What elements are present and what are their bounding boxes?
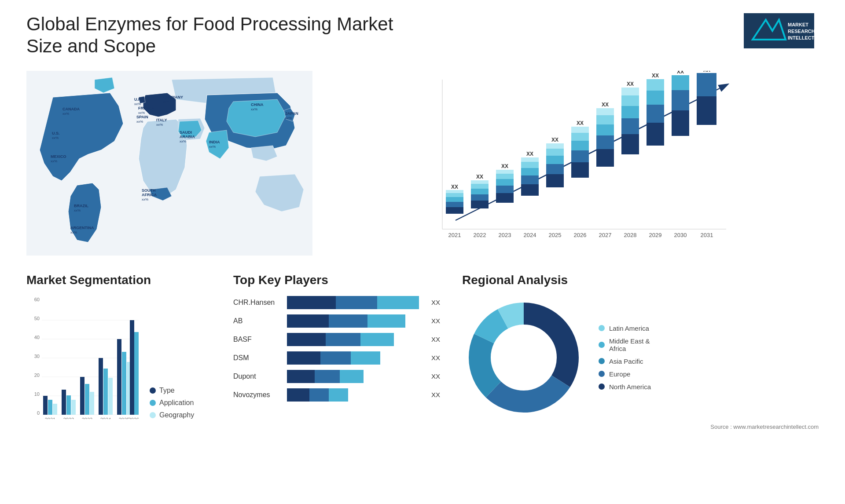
map-section: CANADA xx% U.S. xx% MEXICO xx% BRAZIL xx… <box>26 71 312 256</box>
svg-rect-42 <box>546 143 564 149</box>
type-dot <box>150 387 156 394</box>
svg-rect-27 <box>496 174 514 179</box>
player-bar-container <box>287 370 426 383</box>
donut-chart <box>462 296 585 419</box>
spain-value: xx% <box>136 120 143 124</box>
svg-text:2025: 2025 <box>119 417 129 419</box>
svg-rect-39 <box>546 164 564 174</box>
segmentation-title: Market Segmentation <box>26 273 216 287</box>
segmentation-section: Market Segmentation 0 10 20 30 40 50 60 <box>26 273 216 419</box>
player-bar-container <box>287 388 426 402</box>
legend-asia-pacific: Asia Pacific <box>599 358 651 365</box>
svg-rect-45 <box>571 162 589 178</box>
player-row: Novozymes XX <box>233 388 445 402</box>
svg-text:XX: XX <box>501 163 508 169</box>
svg-rect-105 <box>108 378 113 415</box>
svg-rect-94 <box>43 396 48 415</box>
main-bar-chart: XX 2021 XX 2022 XX 2023 <box>330 71 819 256</box>
svg-rect-19 <box>471 189 489 194</box>
svg-text:XX: XX <box>602 102 609 108</box>
logo: MARKET RESEARCH INTELLECT <box>739 13 819 48</box>
svg-rect-46 <box>571 150 589 162</box>
middle-east-africa-label: Middle East &Africa <box>609 337 650 352</box>
svg-rect-10 <box>446 207 463 214</box>
uk-label: U.K. <box>134 97 142 102</box>
uk-value: xx% <box>134 102 141 106</box>
svg-rect-31 <box>521 184 539 196</box>
svg-rect-68 <box>647 91 664 105</box>
canada-value: xx% <box>62 112 69 116</box>
svg-rect-48 <box>571 133 589 141</box>
north-america-dot <box>599 383 605 390</box>
svg-text:2031: 2031 <box>701 232 713 238</box>
svg-text:2027: 2027 <box>599 232 612 238</box>
legend-middle-east-africa: Middle East &Africa <box>599 337 651 352</box>
india-value: xx% <box>209 145 216 149</box>
latin-america-dot <box>599 325 605 331</box>
svg-text:20: 20 <box>34 373 40 378</box>
player-row: Dupont XX <box>233 370 445 383</box>
svg-text:2022: 2022 <box>474 232 486 238</box>
legend-application: Application <box>150 399 194 407</box>
svg-text:60: 60 <box>34 297 40 302</box>
france-value: xx% <box>138 111 145 115</box>
svg-rect-41 <box>546 149 564 156</box>
svg-text:2024: 2024 <box>524 232 536 238</box>
svg-text:2021: 2021 <box>448 232 461 238</box>
regional-section: Regional Analysis <box>462 273 819 430</box>
mexico-value: xx% <box>51 159 57 163</box>
svg-rect-107 <box>122 352 126 415</box>
svg-rect-100 <box>80 377 84 415</box>
svg-rect-101 <box>85 384 89 415</box>
svg-rect-59 <box>621 134 639 154</box>
legend-europe: Europe <box>599 370 651 378</box>
svg-text:2029: 2029 <box>649 232 662 238</box>
svg-text:50: 50 <box>34 316 40 321</box>
svg-rect-21 <box>471 180 489 184</box>
svg-rect-32 <box>521 175 539 184</box>
svg-rect-52 <box>596 149 614 167</box>
japan-label: JAPAN <box>285 111 298 116</box>
regional-legend: Latin America Middle East &Africa Asia P… <box>599 325 651 391</box>
svg-rect-110 <box>134 332 139 415</box>
svg-rect-18 <box>471 194 489 201</box>
svg-rect-49 <box>571 127 589 133</box>
svg-rect-69 <box>647 79 664 91</box>
svg-text:XX: XX <box>526 151 533 157</box>
player-bar <box>287 333 426 346</box>
svg-rect-63 <box>621 88 639 95</box>
svg-rect-38 <box>546 174 564 187</box>
page-title: Global Enzymes for Food Processing Marke… <box>26 13 422 58</box>
svg-rect-97 <box>62 390 66 415</box>
player-bar <box>287 388 426 402</box>
svg-text:40: 40 <box>34 335 40 340</box>
legend-geography: Geography <box>150 411 194 419</box>
svg-point-122 <box>495 329 552 386</box>
svg-text:2030: 2030 <box>674 232 687 238</box>
svg-rect-14 <box>446 190 463 193</box>
players-title: Top Key Players <box>233 273 445 287</box>
italy-value: xx% <box>156 123 163 127</box>
svg-rect-102 <box>90 392 94 415</box>
svg-text:2023: 2023 <box>499 232 511 238</box>
svg-text:2021: 2021 <box>45 417 55 419</box>
svg-rect-24 <box>496 193 514 203</box>
player-row: AB XX <box>233 314 445 328</box>
svg-rect-33 <box>521 168 539 175</box>
legend-latin-america: Latin America <box>599 325 651 332</box>
segmentation-chart: 0 10 20 30 40 50 60 <box>26 296 141 419</box>
svg-text:30: 30 <box>34 354 40 359</box>
logo-icon: MARKET RESEARCH INTELLECT <box>744 13 814 48</box>
saudi-label2: ARABIA <box>180 135 195 139</box>
seg-chart-container: 0 10 20 30 40 50 60 <box>26 296 216 419</box>
us-label: U.S. <box>52 131 60 135</box>
bottom-row: Market Segmentation 0 10 20 30 40 50 60 <box>26 273 819 430</box>
regional-title: Regional Analysis <box>462 273 819 287</box>
france-label: FRANCE <box>138 106 155 110</box>
svg-rect-74 <box>672 75 689 90</box>
svg-rect-61 <box>621 106 639 118</box>
bar-chart-section: XX 2021 XX 2022 XX 2023 <box>330 71 819 256</box>
geography-dot <box>150 412 156 418</box>
svg-rect-73 <box>672 90 689 110</box>
player-bar-container <box>287 333 426 346</box>
